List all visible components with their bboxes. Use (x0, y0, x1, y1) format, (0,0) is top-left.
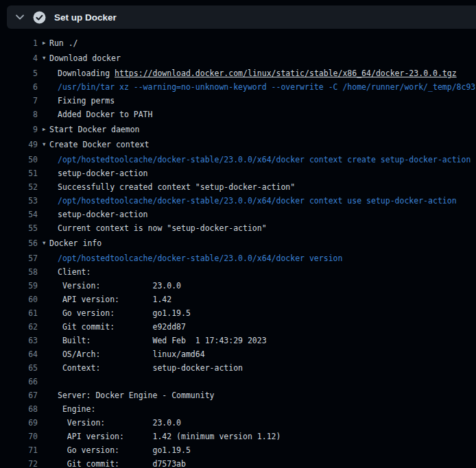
log-group-row[interactable]: 9▶Start Docker daemon (0, 123, 476, 136)
log-text: Version: 23.0.0 (58, 416, 181, 430)
log-text: Fixing perms (58, 94, 115, 108)
line-number[interactable]: 53 (0, 194, 38, 208)
command-text: /opt/hostedtoolcache/docker-stable/23.0.… (58, 251, 342, 265)
triangle-down-icon[interactable]: ▼ (43, 138, 49, 151)
log-row: 8Added Docker to PATH (0, 108, 476, 121)
log-text: Client: (58, 265, 91, 279)
log-row: 61 Go version: go1.19.5 (0, 306, 476, 320)
line-number[interactable]: 67 (0, 389, 38, 402)
log-text: Built: Wed Feb 1 17:43:29 2023 (58, 334, 267, 347)
group-title[interactable]: Docker info (49, 236, 102, 250)
group-title[interactable]: Create Docker context (49, 138, 149, 151)
log-row: 6/usr/bin/tar xz --warning=no-unknown-ke… (0, 80, 476, 94)
line-number[interactable]: 5 (0, 66, 38, 80)
log-row: 54setup-docker-action (0, 208, 476, 221)
log-row: 67Server: Docker Engine - Community (0, 389, 476, 402)
line-number[interactable]: 51 (0, 167, 38, 180)
log-text: Server: Docker Engine - Community (58, 389, 214, 402)
line-number[interactable]: 6 (0, 80, 38, 94)
line-number[interactable]: 4 (0, 51, 38, 65)
line-number[interactable]: 61 (0, 306, 38, 320)
log-text: setup-docker-action (58, 167, 148, 180)
log-text: Go version: go1.19.5 (58, 443, 191, 457)
log-text: Context: setup-docker-action (58, 361, 243, 375)
line-number[interactable]: 49 (0, 138, 38, 151)
triangle-down-icon[interactable]: ▼ (43, 236, 49, 250)
log-row: 59 Version: 23.0.0 (0, 279, 476, 293)
command-text: /usr/bin/tar xz --warning=no-unknown-key… (58, 80, 475, 94)
line-number[interactable]: 68 (0, 402, 38, 416)
group-title[interactable]: Run ./ (49, 36, 78, 50)
log-row: 7Fixing perms (0, 94, 476, 108)
line-number[interactable]: 70 (0, 430, 38, 443)
log-row: 52Successfully created context "setup-do… (0, 180, 476, 194)
log-text: Successfully created context "setup-dock… (58, 180, 295, 194)
line-number[interactable]: 55 (0, 221, 38, 235)
log-row: 60 API version: 1.42 (0, 293, 476, 306)
line-number[interactable]: 57 (0, 251, 38, 265)
log-row: 72 Git commit: d7573ab (0, 457, 476, 468)
step-title: Set up Docker (54, 12, 117, 23)
group-title[interactable]: Download docker (49, 51, 121, 65)
line-number[interactable]: 7 (0, 94, 38, 108)
group-title[interactable]: Start Docker daemon (49, 123, 140, 136)
log-group-row[interactable]: 49▼Create Docker context (0, 138, 476, 151)
log-row: 64 OS/Arch: linux/amd64 (0, 347, 476, 361)
log-row: 68 Engine: (0, 402, 476, 416)
log-text: Added Docker to PATH (58, 108, 152, 121)
log-row: 69 Version: 23.0.0 (0, 416, 476, 430)
line-number[interactable]: 59 (0, 279, 38, 293)
chevron-down-icon[interactable] (13, 14, 27, 20)
line-number[interactable]: 66 (0, 375, 38, 389)
line-number[interactable]: 64 (0, 347, 38, 361)
triangle-down-icon[interactable]: ▼ (43, 51, 49, 65)
log-row: 51setup-docker-action (0, 167, 476, 180)
line-number[interactable]: 9 (0, 123, 38, 136)
log-group-row[interactable]: 56▼Docker info (0, 236, 476, 250)
log-row: 62 Git commit: e92dd87 (0, 320, 476, 334)
log-text: API version: 1.42 (58, 293, 171, 306)
line-number[interactable]: 58 (0, 265, 38, 279)
triangle-right-icon[interactable]: ▶ (43, 123, 49, 136)
line-number[interactable]: 71 (0, 443, 38, 457)
triangle-right-icon[interactable]: ▶ (43, 36, 49, 50)
log-row: 50/opt/hostedtoolcache/docker-stable/23.… (0, 153, 476, 167)
step-header[interactable]: Set up Docker (7, 5, 476, 29)
log-row: 55Current context is now "setup-docker-a… (0, 221, 476, 235)
line-number[interactable]: 63 (0, 334, 38, 347)
log-row: 57/opt/hostedtoolcache/docker-stable/23.… (0, 251, 476, 265)
log-text: Engine: (58, 402, 95, 416)
log-text: OS/Arch: linux/amd64 (58, 347, 205, 361)
log-row: 5Downloading https://download.docker.com… (0, 66, 476, 80)
log-text: Downloading (58, 69, 115, 78)
log-text: Downloading https://download.docker.com/… (58, 66, 457, 80)
log-text: API version: 1.42 (minimum version 1.12) (58, 430, 281, 443)
line-number[interactable]: 62 (0, 320, 38, 334)
log-row: 70 API version: 1.42 (minimum version 1.… (0, 430, 476, 443)
log-text: setup-docker-action (58, 208, 148, 221)
line-number[interactable]: 52 (0, 180, 38, 194)
log-viewer: 1▶Run ./4▼Download docker5Downloading ht… (0, 29, 476, 468)
log-row: 66 (0, 375, 476, 389)
command-text: /opt/hostedtoolcache/docker-stable/23.0.… (58, 153, 471, 167)
line-number[interactable]: 54 (0, 208, 38, 221)
log-text: Go version: go1.19.5 (58, 306, 191, 320)
log-row: 65 Context: setup-docker-action (0, 361, 476, 375)
line-number[interactable]: 1 (0, 36, 38, 50)
log-group-row[interactable]: 1▶Run ./ (0, 36, 476, 50)
line-number[interactable]: 72 (0, 457, 38, 468)
line-number[interactable]: 69 (0, 416, 38, 430)
command-text: /opt/hostedtoolcache/docker-stable/23.0.… (58, 194, 457, 208)
line-number[interactable]: 8 (0, 108, 38, 121)
line-number[interactable]: 65 (0, 361, 38, 375)
line-number[interactable]: 50 (0, 153, 38, 167)
check-circle-icon (33, 11, 46, 24)
log-text: Version: 23.0.0 (58, 279, 181, 293)
line-number[interactable]: 56 (0, 236, 38, 250)
log-group-row[interactable]: 4▼Download docker (0, 51, 476, 65)
log-row: 58Client: (0, 265, 476, 279)
log-text: Current context is now "setup-docker-act… (58, 221, 267, 235)
download-url-link[interactable]: https://download.docker.com/linux/static… (115, 69, 457, 78)
log-text: Git commit: d7573ab (58, 457, 186, 468)
line-number[interactable]: 60 (0, 293, 38, 306)
